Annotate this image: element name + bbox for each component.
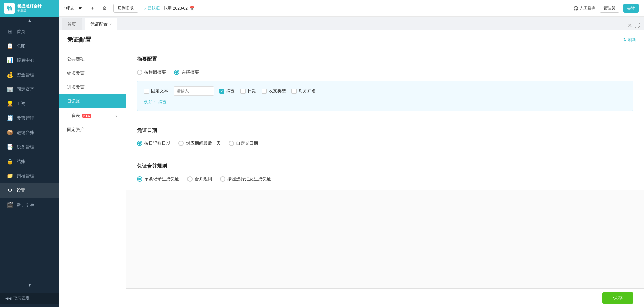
sidebar-item-cash[interactable]: 💰 资金管理	[0, 68, 59, 82]
pay-type-label: 收支类型	[269, 88, 286, 94]
sidebar-item-home[interactable]: ⊞ 首页	[0, 24, 59, 39]
tab-home[interactable]: 首页	[62, 18, 82, 30]
radio-period-last-day[interactable]: 对应期间最后一天	[178, 140, 221, 146]
cancel-fixed-btn[interactable]: ◀◀ 取消固定	[0, 293, 59, 304]
period-value: 2023-02	[173, 6, 188, 11]
checkbox-box-counterpart	[291, 89, 297, 94]
fixed-text-input[interactable]	[174, 86, 214, 96]
guide-icon: 🎬	[7, 202, 13, 208]
refresh-btn[interactable]: ↻ 刷新	[623, 37, 636, 43]
radio-template-label: 按模版摘要	[144, 69, 166, 75]
tab-close-icon[interactable]: ×	[110, 22, 112, 26]
refresh-icon: ↻	[623, 37, 627, 42]
scroll-down-arrow[interactable]: ▼	[0, 281, 59, 289]
radio-template-summary[interactable]: 按模版摘要	[137, 69, 166, 75]
radio-journal-date[interactable]: 按日记账日期	[137, 140, 170, 146]
sidebar-item-label: 税务管理	[17, 144, 34, 150]
left-nav-item-public[interactable]: 公共选项	[59, 52, 126, 66]
close-window-btn[interactable]: ✕	[628, 22, 632, 29]
archive-icon: 📁	[7, 173, 13, 179]
save-button[interactable]: 保存	[602, 292, 633, 304]
sidebar-item-close-account[interactable]: 🔒 结账	[0, 154, 59, 169]
logo-icon: 畅	[4, 3, 15, 14]
sidebar-item-tax[interactable]: 📑 税务管理	[0, 140, 59, 154]
sidebar-item-ledger[interactable]: 📋 总账	[0, 39, 59, 53]
scroll-up-arrow[interactable]: ▲	[0, 17, 59, 24]
radio-select-summary[interactable]: 选择摘要	[174, 69, 199, 75]
left-nav-item-journal[interactable]: 日记账	[59, 94, 126, 108]
sidebar-item-label: 发票管理	[17, 115, 34, 121]
add-btn[interactable]: ＋	[88, 4, 97, 13]
summary-radio-group: 按模版摘要 选择摘要	[137, 69, 633, 75]
example-text: 例如： 摘要	[144, 99, 626, 105]
summary-config-box: 固定文本 ✓ 摘要 日期	[137, 81, 633, 111]
sidebar-item-label: 固定资产	[17, 86, 34, 92]
left-nav-item-sales-invoice[interactable]: 销项发票	[59, 66, 126, 80]
page: 凭证配置 ↻ 刷新 公共选项 销项发票 进项发票	[59, 30, 644, 307]
radio-merge-label: 合并规则	[195, 176, 212, 182]
fixed-text-label: 固定文本	[151, 88, 168, 94]
checkbox-pay-type[interactable]: 收支类型	[262, 88, 286, 94]
radio-circle-single	[137, 176, 142, 182]
report-icon: 📊	[7, 57, 13, 63]
radio-aggregate-label: 按照选择汇总生成凭证	[227, 176, 271, 182]
radio-period-last-label: 对应期间最后一天	[186, 140, 221, 146]
radio-custom-date-label: 自定义日期	[236, 140, 258, 146]
cash-icon: 💰	[7, 72, 13, 78]
sidebar-item-settings[interactable]: ⚙ 设置	[0, 183, 59, 198]
tab-voucher-config-label: 凭证配置	[90, 21, 108, 27]
radio-circle-journal-date	[137, 141, 142, 146]
tab-voucher-config[interactable]: 凭证配置 ×	[85, 18, 117, 30]
consult-label: 人工咨询	[580, 5, 596, 11]
consult-btn[interactable]: 🎧 人工咨询	[573, 5, 596, 11]
checkbox-fixed-text[interactable]: 固定文本	[144, 88, 168, 94]
tax-icon: 📑	[7, 144, 13, 150]
invoice-icon: 🧾	[7, 115, 13, 121]
merge-radio-group: 单条记录生成凭证 合并规则 按照选择汇总生成凭证	[137, 176, 633, 182]
ledger-icon: 📋	[7, 43, 13, 49]
radio-merge-rule[interactable]: 合并规则	[187, 176, 212, 182]
counterpart-label: 对方户名	[299, 88, 316, 94]
page-title: 凭证配置	[67, 36, 91, 44]
date-radio-group: 按日记账日期 对应期间最后一天 自定义日期	[137, 140, 633, 146]
radio-single-record[interactable]: 单条记录生成凭证	[137, 176, 179, 182]
sidebar-item-guide[interactable]: 🎬 新手引导	[0, 198, 59, 212]
sidebar-item-invoice[interactable]: 🧾 发票管理	[0, 111, 59, 125]
radio-circle-aggregate	[220, 176, 225, 182]
checkbox-date[interactable]: 日期	[240, 88, 256, 94]
role-accountant-btn[interactable]: 会计	[623, 4, 639, 13]
radio-aggregate[interactable]: 按照选择汇总生成凭证	[220, 176, 271, 182]
switch-version-btn[interactable]: 切到旧版	[113, 4, 138, 13]
sidebar-item-sales[interactable]: 📦 进销台账	[0, 125, 59, 140]
expand-window-btn[interactable]: ⛶	[635, 23, 640, 29]
sidebar-item-report[interactable]: 📊 报表中心	[0, 53, 59, 68]
calendar-icon[interactable]: 📅	[189, 6, 194, 11]
left-nav-item-fixed-assets[interactable]: 固定资产	[59, 123, 126, 137]
cancel-fixed-label: 取消固定	[13, 295, 30, 301]
sidebar-item-label: 工资	[17, 101, 25, 107]
checkbox-summary[interactable]: ✓ 摘要	[219, 88, 235, 94]
refresh-label: 刷新	[628, 37, 636, 43]
workspace-arrow: ▼	[78, 6, 83, 11]
radio-select-label: 选择摘要	[181, 69, 199, 75]
right-panel: 摘要配置 按模版摘要 选择摘要	[126, 48, 644, 307]
sidebar-item-payroll[interactable]: 👷 工资	[0, 96, 59, 111]
sidebar-item-label: 设置	[17, 187, 25, 193]
radio-custom-date[interactable]: 自定义日期	[229, 140, 258, 146]
topbar: 测试 ▼ ＋ ⚙ 切到旧版 🛡 已认证 账期 2023-02 📅 🎧 人工咨询 …	[59, 0, 644, 17]
sidebar-item-label: 结账	[17, 159, 25, 165]
left-nav-item-purchase-invoice[interactable]: 进项发票	[59, 80, 126, 94]
sidebar-item-archive[interactable]: 📁 归档管理	[0, 169, 59, 183]
expand-arrow: ∨	[115, 114, 118, 118]
sidebar-item-label: 首页	[17, 29, 25, 35]
period-info: 账期 2023-02 📅	[164, 5, 194, 11]
page-footer: 保存	[126, 288, 644, 307]
role-manager-btn[interactable]: 管理员	[600, 4, 619, 13]
home-icon: ⊞	[7, 28, 13, 35]
checkbox-counterpart[interactable]: 对方户名	[291, 88, 316, 94]
sidebar-item-assets[interactable]: 🏢 固定资产	[0, 82, 59, 96]
left-nav-item-payroll[interactable]: 工资表 NEW ∨	[59, 108, 126, 123]
sidebar: 畅 畅捷通好会计 专业版 ▲ ⊞ 首页 📋 总账 📊 报表中心 💰 资金管理 🏢…	[0, 0, 59, 307]
settings-btn[interactable]: ⚙	[100, 4, 109, 13]
radio-circle-template	[137, 70, 142, 75]
